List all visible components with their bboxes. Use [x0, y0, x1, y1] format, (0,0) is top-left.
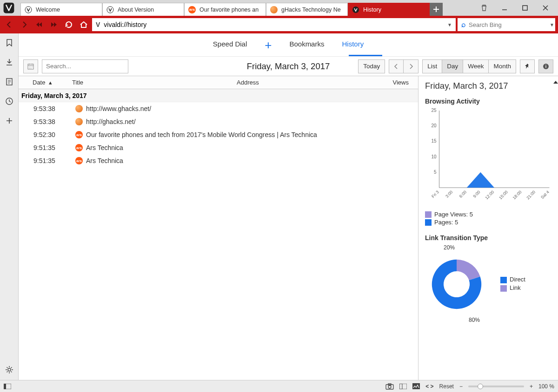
range-list[interactable]: List: [422, 59, 442, 73]
search-input[interactable]: [469, 21, 547, 28]
search-engine-icon[interactable]: ⌕: [461, 20, 466, 29]
tab-label: History: [363, 7, 381, 13]
row-time: 9:51:35: [19, 157, 72, 164]
panel-toggle-icon[interactable]: [4, 384, 11, 389]
tab-ghacks[interactable]: gHacks Technology Ne: [266, 3, 348, 16]
history-search-input[interactable]: [42, 59, 128, 73]
tab-welcome[interactable]: Welcome: [20, 3, 102, 16]
search-field[interactable]: ⌕ ▼: [458, 18, 555, 31]
col-views[interactable]: Views: [385, 79, 418, 86]
tab-about[interactable]: About Version: [102, 3, 184, 16]
new-tab-button[interactable]: [430, 3, 443, 16]
range-month[interactable]: Month: [489, 59, 516, 73]
trash-icon[interactable]: [480, 4, 488, 12]
column-header-row: Date ▴ Title Address Views: [19, 76, 418, 89]
date-nav: [389, 59, 418, 73]
url-input[interactable]: [104, 21, 444, 28]
maximize-icon[interactable]: [521, 4, 529, 12]
transition-heading: Link Transition Type: [425, 234, 552, 242]
history-row[interactable]: 9:51:35 ars Ars Technica: [19, 154, 418, 167]
chevron-down-icon[interactable]: ▼: [550, 22, 554, 27]
history-row[interactable]: 9:51:35 ars Ars Technica: [19, 141, 418, 154]
svg-text:12:00: 12:00: [484, 189, 495, 200]
tab-ars[interactable]: ars Our favorite phones an: [184, 3, 266, 16]
row-title: Ars Technica: [86, 157, 418, 164]
next-button[interactable]: [404, 59, 418, 73]
col-title[interactable]: Title: [72, 79, 237, 86]
history-row[interactable]: 9:53:38 http://www.ghacks.net/: [19, 102, 418, 115]
row-title: http://www.ghacks.net/: [86, 105, 418, 112]
svg-text:10: 10: [431, 154, 437, 159]
svg-text:25: 25: [431, 108, 437, 113]
sort-asc-icon: ▴: [49, 79, 52, 86]
row-favicon: ars: [72, 144, 86, 151]
range-day[interactable]: Day: [442, 59, 463, 73]
transition-legend: Direct Link: [500, 276, 525, 291]
back-button[interactable]: [3, 18, 16, 31]
history-sidebar: Friday, March 3, 2017 Browsing Activity …: [418, 76, 558, 380]
calendar-button[interactable]: [23, 59, 38, 73]
pageactions-icon[interactable]: < >: [425, 383, 433, 390]
sidebar-date: Friday, March 3, 2017: [425, 81, 552, 91]
zoom-value: 100 %: [538, 383, 554, 390]
svg-text:3:00: 3:00: [445, 189, 453, 198]
zoom-slider[interactable]: [468, 385, 524, 387]
fastforward-button[interactable]: [47, 18, 60, 31]
svg-point-2: [107, 7, 113, 13]
activity-heading: Browsing Activity: [425, 98, 552, 105]
bookmarks-panel-icon[interactable]: [4, 37, 15, 48]
vivaldi-logo[interactable]: [0, 0, 18, 16]
svg-rect-35: [412, 383, 420, 389]
chevron-down-icon[interactable]: ▼: [447, 22, 452, 27]
row-time: 9:51:35: [19, 144, 72, 151]
capture-icon[interactable]: [385, 383, 394, 390]
svg-text:18:00: 18:00: [512, 189, 523, 200]
minimize-icon[interactable]: [500, 4, 509, 12]
images-icon[interactable]: [412, 383, 420, 389]
titlebar: Welcome About Version ars Our favorite p…: [0, 0, 558, 16]
ars-icon: ars: [188, 6, 196, 13]
settings-icon[interactable]: [4, 364, 15, 375]
panel-sidebar: [0, 33, 19, 380]
col-address[interactable]: Address: [237, 79, 385, 86]
speeddial-tab[interactable]: Speed Dial: [213, 40, 247, 50]
row-time: 9:53:38: [19, 118, 72, 125]
address-bar: V ▼ ⌕ ▼: [0, 16, 558, 33]
svg-rect-29: [4, 384, 6, 389]
svg-text:Fri 3: Fri 3: [431, 189, 440, 199]
notes-panel-icon[interactable]: [4, 76, 15, 87]
prev-button[interactable]: [389, 59, 404, 73]
history-row[interactable]: 9:52:30 ars Our favorite phones and tech…: [19, 128, 418, 141]
history-toolbar: Friday, March 3, 2017 Today List Day Wee…: [19, 57, 558, 76]
row-title: Our favorite phones and tech from 2017's…: [86, 131, 418, 138]
history-row[interactable]: 9:53:38 http://ghacks.net/: [19, 115, 418, 128]
row-favicon: [72, 118, 86, 125]
url-field[interactable]: V ▼: [92, 18, 456, 31]
downloads-panel-icon[interactable]: [4, 57, 15, 68]
history-panel-icon[interactable]: [4, 96, 15, 107]
forward-button[interactable]: [18, 18, 31, 31]
reload-button[interactable]: [62, 18, 75, 31]
close-icon[interactable]: [541, 4, 550, 12]
svg-text:15: 15: [431, 138, 437, 144]
pin-button[interactable]: [520, 59, 535, 73]
tab-history[interactable]: History: [348, 3, 430, 16]
zoom-in-icon[interactable]: +: [530, 383, 533, 390]
range-week[interactable]: Week: [463, 59, 489, 73]
zoom-reset[interactable]: Reset: [439, 383, 454, 390]
info-button[interactable]: i: [538, 59, 553, 73]
add-speeddial-icon[interactable]: +: [265, 39, 272, 51]
home-button[interactable]: [77, 18, 90, 31]
add-panel-icon[interactable]: [4, 115, 15, 126]
zoom-out-icon[interactable]: −: [459, 383, 463, 390]
tab-strip: Welcome About Version ars Our favorite p…: [18, 0, 474, 16]
rewind-button[interactable]: [33, 18, 46, 31]
bookmarks-tab[interactable]: Bookmarks: [289, 40, 324, 50]
site-identity-icon: V: [96, 21, 100, 28]
svg-marker-27: [439, 172, 550, 188]
today-button[interactable]: Today: [358, 59, 385, 73]
col-date[interactable]: Date ▴: [19, 79, 72, 86]
history-tab[interactable]: History: [342, 40, 364, 50]
row-favicon: ars: [72, 131, 86, 138]
tiling-icon[interactable]: [399, 384, 407, 389]
